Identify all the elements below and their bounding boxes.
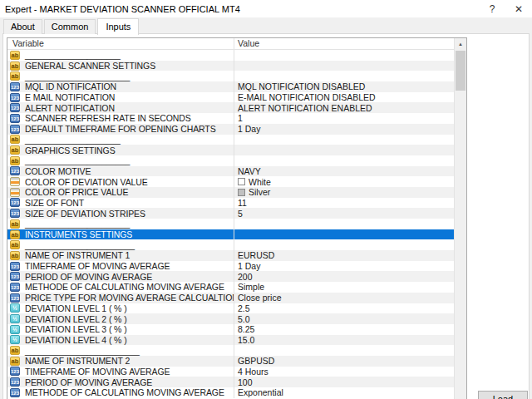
table-row[interactable]: 123SIZE OF FONT11 xyxy=(7,198,455,209)
value-cell[interactable]: 1 Day xyxy=(234,261,455,272)
variable-cell[interactable]: 123PERIOD OF MOVING AVERAGE xyxy=(7,271,234,282)
value-cell[interactable]: 2.5 xyxy=(234,303,455,314)
load-button[interactable]: Load xyxy=(478,391,528,399)
help-button[interactable]: ? xyxy=(479,0,505,17)
value-cell[interactable] xyxy=(234,239,455,250)
value-cell[interactable]: 200 xyxy=(234,271,455,282)
value-cell[interactable]: 4 Hours xyxy=(234,367,455,377)
variable-cell[interactable]: 123MQL ID NOTIFICATION xyxy=(7,81,234,92)
variable-cell[interactable]: abINSTRUMENTS SETTINGS xyxy=(7,229,234,240)
table-row[interactable]: 123TIMEFRAME OF MOVING AVERAGE1 Day xyxy=(7,261,455,272)
variable-cell[interactable]: 123COLOR MOTIVE xyxy=(7,166,234,177)
tab-common[interactable]: Common xyxy=(44,19,96,34)
value-cell[interactable]: GBPUSD xyxy=(234,356,455,367)
variable-cell[interactable]: COLOR OF DEVIATION VALUE xyxy=(7,176,234,187)
table-row[interactable]: 123METHODE OF CALCULATING MOVING AVERAGE… xyxy=(7,387,455,398)
table-row[interactable]: 123SCANNER REFRESH RATE IN SECONDS1 xyxy=(7,113,455,124)
tab-inputs[interactable]: Inputs xyxy=(97,18,139,35)
value-cell[interactable] xyxy=(234,229,455,240)
table-row[interactable]: ab______________________ xyxy=(7,219,455,229)
table-row[interactable]: ½DEVIATION LEVEL 3 ( % )8.25 xyxy=(7,324,455,335)
variable-cell[interactable]: abGENERAL SCANNER SETTINGS xyxy=(7,61,234,71)
value-cell[interactable] xyxy=(234,61,455,71)
variable-cell[interactable]: ½DEVIATION LEVEL 4 ( % ) xyxy=(7,335,234,346)
table-row[interactable]: ½DEVIATION LEVEL 2 ( % )5.0 xyxy=(7,313,455,324)
variable-cell[interactable]: ab________________________ xyxy=(7,345,234,356)
variable-cell[interactable]: abNAME OF INSTRUMENT 1 xyxy=(7,250,234,261)
table-row[interactable]: 123ALERT NOTIFICATIONALERT NOTIFICATION … xyxy=(7,102,455,113)
value-cell[interactable]: Silver xyxy=(234,187,455,198)
table-row[interactable]: 123COLOR MOTIVENAVY xyxy=(7,166,455,177)
tab-about[interactable]: About xyxy=(3,19,42,34)
table-row[interactable]: COLOR OF PRICE VALUESilver xyxy=(7,187,455,198)
scrollbar-up-arrow-icon[interactable]: ▲ xyxy=(455,38,466,50)
variable-cell[interactable]: 123SCANNER REFRESH RATE IN SECONDS xyxy=(7,113,234,124)
table-row[interactable]: COLOR OF DEVIATION VALUEWhite xyxy=(7,176,455,187)
variable-cell[interactable]: abGRAPHICS SETTINGS xyxy=(7,145,234,155)
table-row[interactable]: 123PERIOD OF MOVING AVERAGE200 xyxy=(7,271,455,282)
value-cell[interactable]: Close price xyxy=(234,293,455,303)
variable-cell[interactable]: 123TIMEFRAME OF MOVING AVERAGE xyxy=(7,367,234,377)
value-cell[interactable] xyxy=(234,219,455,229)
variable-cell[interactable]: 123PRICE TYPE FOR MOVING AVERAGE CALCUAL… xyxy=(7,293,234,303)
value-cell[interactable]: 8.25 xyxy=(234,324,455,335)
variable-cell[interactable]: ab______________________ xyxy=(7,71,234,81)
value-cell[interactable]: 1 xyxy=(234,113,455,124)
variable-cell[interactable]: 123METHODE OF CALCULATING MOVING AVERAGE xyxy=(7,282,234,293)
table-row[interactable]: 123METHODE OF CALCULATING MOVING AVERAGE… xyxy=(7,282,455,293)
value-cell[interactable]: EURUSD xyxy=(234,250,455,261)
table-row[interactable]: ½DEVIATION LEVEL 4 ( % )15.0 xyxy=(7,335,455,346)
variable-cell[interactable]: ab____________________ xyxy=(7,50,234,61)
variable-cell[interactable]: ab______________________ xyxy=(7,219,234,229)
table-row[interactable]: 123MQL ID NOTIFICATIONMQL NOTIFICATION D… xyxy=(7,81,455,92)
table-row[interactable]: abINSTRUMENTS SETTINGS xyxy=(7,229,455,240)
variable-cell[interactable]: ab_______________________ xyxy=(7,239,234,250)
value-cell[interactable]: E-MAIL NOTIFICATION DISABLED xyxy=(234,92,455,103)
variable-cell[interactable]: 123SIZE OF FONT xyxy=(7,198,234,209)
value-cell[interactable] xyxy=(234,135,455,145)
variable-cell[interactable]: ab______________________ xyxy=(7,155,234,166)
table-row[interactable]: abGENERAL SCANNER SETTINGS xyxy=(7,61,455,71)
value-cell[interactable]: NAVY xyxy=(234,166,455,177)
table-row[interactable]: ab________________________ xyxy=(7,345,455,356)
table-row[interactable]: 123E MAIL NOTIFICATIONE-MAIL NOTIFICATIO… xyxy=(7,92,455,103)
variable-cell[interactable]: COLOR OF PRICE VALUE xyxy=(7,187,234,198)
variable-cell[interactable]: 123E MAIL NOTIFICATION xyxy=(7,92,234,103)
scrollbar-thumb[interactable] xyxy=(456,51,466,91)
value-cell[interactable]: 15.0 xyxy=(234,335,455,346)
table-row[interactable]: ab____________________ xyxy=(7,135,455,145)
table-row[interactable]: ab______________________ xyxy=(7,71,455,81)
value-cell[interactable] xyxy=(234,71,455,81)
table-row[interactable]: 123PRICE TYPE FOR MOVING AVERAGE CALCUAL… xyxy=(7,293,455,303)
value-cell[interactable]: 11 xyxy=(234,198,455,209)
vertical-scrollbar[interactable]: ▲ xyxy=(454,38,466,399)
table-row[interactable]: 123DEFAULT TIMEFRAME FOR OPENING CHARTS1… xyxy=(7,124,455,135)
value-cell[interactable]: 5 xyxy=(234,208,455,219)
table-row[interactable]: abNAME OF INSTRUMENT 1EURUSD xyxy=(7,250,455,261)
table-row[interactable]: abNAME OF INSTRUMENT 2GBPUSD xyxy=(7,356,455,367)
value-cell[interactable]: ALERT NOTIFICATION ENABLED xyxy=(234,102,455,113)
value-cell[interactable]: MQL NOTIFICATION DISABLED xyxy=(234,81,455,92)
value-cell[interactable]: 5.0 xyxy=(234,313,455,324)
value-cell[interactable] xyxy=(234,345,455,356)
variable-cell[interactable]: ½DEVIATION LEVEL 1 ( % ) xyxy=(7,303,234,314)
variable-cell[interactable]: ½DEVIATION LEVEL 3 ( % ) xyxy=(7,324,234,335)
table-row[interactable]: ab____________________ xyxy=(7,50,455,61)
value-cell[interactable] xyxy=(234,145,455,155)
value-cell[interactable]: Simple xyxy=(234,282,455,293)
variable-cell[interactable]: 123TIMEFRAME OF MOVING AVERAGE xyxy=(7,261,234,272)
variable-cell[interactable]: 123DEFAULT TIMEFRAME FOR OPENING CHARTS xyxy=(7,124,234,135)
variable-cell[interactable]: 123ALERT NOTIFICATION xyxy=(7,102,234,113)
table-row[interactable]: ab______________________ xyxy=(7,155,455,166)
variable-cell[interactable]: 123PERIOD OF MOVING AVERAGE xyxy=(7,377,234,387)
close-button[interactable]: ✕ xyxy=(505,0,532,17)
table-row[interactable]: ab_______________________ xyxy=(7,239,455,250)
value-cell[interactable]: 100 xyxy=(234,377,455,387)
value-cell[interactable]: 1 Day xyxy=(234,124,455,135)
variable-cell[interactable]: ½DEVIATION LEVEL 2 ( % ) xyxy=(7,313,234,324)
table-row[interactable]: abGRAPHICS SETTINGS xyxy=(7,145,455,155)
table-row[interactable]: 123PERIOD OF MOVING AVERAGE100 xyxy=(7,377,455,387)
table-row[interactable]: 123TIMEFRAME OF MOVING AVERAGE4 Hours xyxy=(7,367,455,377)
variable-cell[interactable]: 123METHODE OF CALCULATING MOVING AVERAGE xyxy=(7,387,234,398)
value-cell[interactable]: Exponential xyxy=(234,387,455,398)
